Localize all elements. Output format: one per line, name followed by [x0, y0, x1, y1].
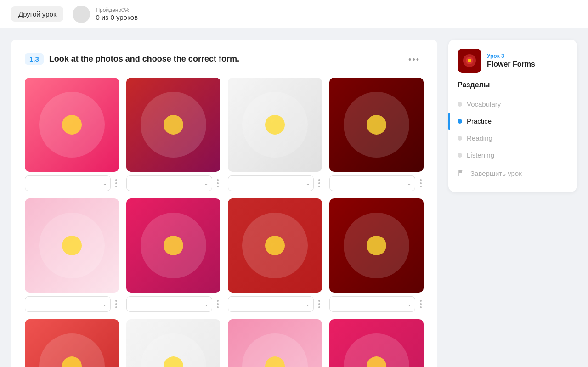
- section-label: Vocabulary: [467, 100, 501, 108]
- flower-center: [62, 236, 82, 255]
- flower-select-row: Form 1 Form 2 Form 3 ⌄: [329, 175, 424, 191]
- back-button[interactable]: Другой урок: [11, 6, 63, 22]
- content-area: 1.3 Look at the photos and choose the co…: [11, 40, 437, 367]
- flower-center: [62, 115, 82, 135]
- dot-3: [217, 186, 219, 187]
- task-title-row: 1.3 Look at the photos and choose the co…: [25, 53, 239, 65]
- flower-inner-circle: [242, 92, 308, 158]
- dot-2: [420, 303, 422, 305]
- dot-1: [420, 179, 422, 181]
- dot-3: [318, 186, 320, 187]
- flower-item: Form 1 Form 2 Form 3 ⌄: [126, 319, 220, 367]
- finish-lesson-button[interactable]: Завершить урок: [458, 164, 568, 183]
- flower-image: [228, 198, 322, 293]
- item-options-button[interactable]: [215, 300, 220, 308]
- select-wrapper: Form 1 Form 2 Form 3 ⌄: [126, 175, 212, 191]
- select-wrapper: Form 1 Form 2 Form 3 ⌄: [329, 175, 415, 191]
- progress-percent: Пройдено0%: [96, 7, 138, 13]
- item-options-button[interactable]: [418, 179, 424, 187]
- item-options-button[interactable]: [317, 179, 322, 187]
- flower-select[interactable]: Form 1 Form 2 Form 3: [329, 175, 415, 191]
- flower-image: [329, 78, 424, 172]
- sidebar-item-vocabulary[interactable]: Vocabulary: [458, 96, 568, 113]
- flower-select[interactable]: Form 1 Form 2 Form 3: [126, 296, 212, 312]
- section-list: Vocabulary Practice Reading Listening: [458, 96, 568, 164]
- section-dot: [458, 136, 462, 141]
- dot-3: [318, 306, 320, 308]
- svg-point-3: [468, 59, 471, 62]
- flower-center: [367, 356, 386, 367]
- dot-2: [217, 303, 219, 305]
- flower-select[interactable]: Form 1 Form 2 Form 3: [126, 175, 212, 191]
- flower-image: [25, 78, 119, 172]
- flower-inner-circle: [344, 333, 410, 367]
- flower-image: [126, 319, 220, 367]
- flower-select[interactable]: Form 1 Form 2 Form 3: [25, 175, 111, 191]
- flower-select[interactable]: Form 1 Form 2 Form 3: [228, 296, 314, 312]
- flower-image: [329, 198, 424, 293]
- lesson-card-header: Урок 3 Flower Forms: [458, 49, 568, 73]
- flower-select-row: Form 1 Form 2 Form 3 ⌄: [25, 175, 119, 191]
- flower-select[interactable]: Form 1 Form 2 Form 3: [25, 296, 111, 312]
- dot-2: [217, 182, 219, 184]
- finish-label: Завершить урок: [470, 169, 522, 177]
- section-label: Reading: [467, 134, 492, 142]
- flower-center: [164, 356, 183, 367]
- flower-image: [228, 78, 322, 172]
- dot-1: [217, 179, 219, 181]
- flower-image: [25, 198, 119, 293]
- lesson-thumbnail: [458, 49, 481, 73]
- item-options-button[interactable]: [317, 300, 322, 308]
- select-wrapper: Form 1 Form 2 Form 3 ⌄: [25, 296, 111, 312]
- section-dot: [458, 153, 462, 158]
- flower-select[interactable]: Form 1 Form 2 Form 3: [329, 296, 415, 312]
- flower-grid: Form 1 Form 2 Form 3 ⌄: [25, 78, 424, 367]
- item-options-button[interactable]: [113, 179, 119, 187]
- dot-1: [420, 300, 422, 302]
- lesson-label: Урок 3: [487, 53, 535, 59]
- flower-select-row: Form 1 Form 2 Form 3 ⌄: [228, 296, 322, 312]
- flower-image: [25, 319, 119, 367]
- select-wrapper: Form 1 Form 2 Form 3 ⌄: [329, 296, 415, 312]
- task-menu-button[interactable]: •••: [405, 53, 424, 67]
- lesson-meta: Урок 3 Flower Forms: [487, 53, 535, 68]
- item-options-button[interactable]: [215, 179, 220, 187]
- task-title: Look at the photos and choose the correc…: [49, 54, 239, 64]
- sidebar-item-listening[interactable]: Listening: [458, 147, 568, 164]
- flower-center: [367, 115, 386, 135]
- sidebar-item-reading[interactable]: Reading: [458, 130, 568, 147]
- flower-inner-circle: [344, 92, 410, 158]
- dot-3: [115, 306, 117, 308]
- flower-select-row: Form 1 Form 2 Form 3 ⌄: [329, 296, 424, 312]
- flower-inner-circle: [242, 333, 308, 367]
- flower-item: Form 1 Form 2 Form 3 ⌄: [228, 319, 322, 367]
- flower-image: [126, 198, 220, 293]
- flower-center: [62, 356, 82, 367]
- flower-image: [126, 78, 220, 172]
- flower-item: Form 1 Form 2 Form 3 ⌄: [228, 78, 322, 191]
- item-options-button[interactable]: [113, 300, 119, 308]
- select-wrapper: Form 1 Form 2 Form 3 ⌄: [25, 175, 111, 191]
- section-label: Listening: [467, 151, 494, 159]
- dot-1: [318, 179, 320, 181]
- flower-inner-circle: [242, 213, 308, 279]
- lesson-card: Урок 3 Flower Forms Разделы Vocabulary P…: [448, 40, 577, 192]
- dot-1: [115, 179, 117, 181]
- sections-title: Разделы: [458, 81, 568, 89]
- flower-select[interactable]: Form 1 Form 2 Form 3: [228, 175, 314, 191]
- dot-2: [420, 182, 422, 184]
- flower-inner-circle: [344, 213, 410, 279]
- task-header: 1.3 Look at the photos and choose the co…: [25, 53, 424, 67]
- flower-item: Form 1 Form 2 Form 3 ⌄: [329, 198, 424, 312]
- dot-2: [115, 303, 117, 305]
- flower-item: Form 1 Form 2 Form 3 ⌄: [329, 78, 424, 191]
- sidebar-item-practice[interactable]: Practice: [458, 113, 568, 130]
- item-options-button[interactable]: [418, 300, 424, 308]
- dot-2: [318, 182, 320, 184]
- flower-item: Form 1 Form 2 Form 3 ⌄: [126, 78, 220, 191]
- dot-1: [217, 300, 219, 302]
- progress-lessons: 0 из 0 уроков: [96, 13, 138, 21]
- flower-item: Form 1 Form 2 Form 3 ⌄: [25, 78, 119, 191]
- flower-item: Form 1 Form 2 Form 3 ⌄: [25, 319, 119, 367]
- section-label: Practice: [467, 117, 492, 125]
